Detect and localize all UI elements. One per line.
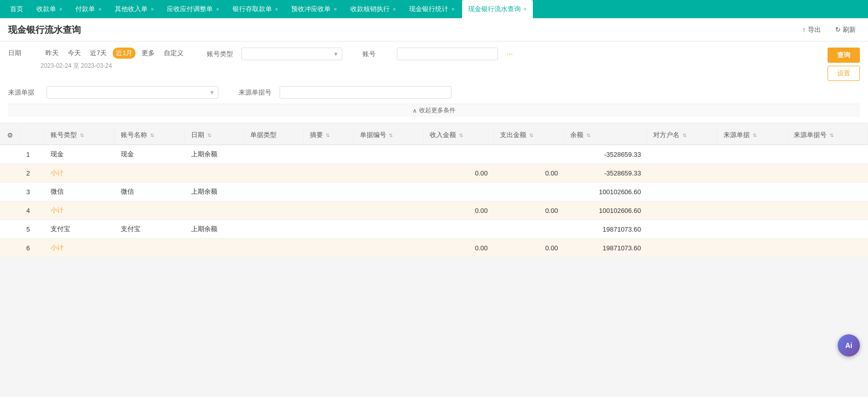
table-cell — [303, 164, 353, 183]
table-cell — [424, 183, 494, 201]
tab-payment[interactable]: 付款单 × — [69, 0, 107, 18]
col-income-header[interactable]: 收入金额 ⇅ — [424, 125, 494, 145]
settings-icon[interactable]: ⚙ — [7, 131, 13, 139]
table-cell — [353, 183, 424, 201]
col-expense-header[interactable]: 支出金额 ⇅ — [494, 125, 564, 145]
sort-icon: ⇅ — [753, 133, 757, 138]
tab-bank-stat[interactable]: 现金银行统计 × — [403, 0, 461, 18]
table-cell: 现金 — [44, 145, 115, 164]
account-type-filter-row: 账号类型 ▾ — [207, 48, 342, 60]
date-btn-7days[interactable]: 近7天 — [87, 48, 110, 59]
collapse-up-icon: ∧ — [413, 107, 417, 114]
table-cell: 小计 — [44, 164, 115, 183]
close-tab-bank-flow[interactable]: × — [524, 6, 527, 12]
table-cell — [647, 183, 717, 201]
date-btn-1month[interactable]: 近1月 — [113, 48, 135, 59]
col-balance-header[interactable]: 余额 ⇅ — [564, 125, 647, 145]
tab-other-income[interactable]: 其他收入单 × — [109, 0, 160, 18]
close-tab-ar-adjust[interactable]: × — [216, 6, 219, 12]
table-cell — [788, 164, 868, 183]
table-cell — [647, 220, 717, 239]
col-account-name-header[interactable]: 账号名称 ⇅ — [115, 125, 185, 145]
table-row[interactable]: 6小计0.000.0019871073.60 — [0, 239, 868, 257]
more-dots-button[interactable]: ··· — [502, 50, 517, 59]
table-container: ⚙ 账号类型 ⇅ 账号名称 ⇅ 日期 ⇅ 单据类型 — [0, 125, 868, 257]
collapse-label: 收起更多条件 — [419, 106, 455, 115]
source-doc-no-input[interactable] — [284, 89, 447, 96]
account-filter-group: 账号 ··· — [362, 48, 517, 60]
sort-icon: ⇅ — [207, 133, 211, 138]
col-counterparty-header[interactable]: 对方户名 ⇅ — [647, 125, 717, 145]
collapse-bar[interactable]: ∧ 收起更多条件 — [8, 104, 860, 117]
table-cell — [244, 145, 303, 164]
table-cell: 上期余额 — [185, 145, 244, 164]
table-cell — [353, 145, 424, 164]
table-header-row: ⚙ 账号类型 ⇅ 账号名称 ⇅ 日期 ⇅ 单据类型 — [0, 125, 868, 145]
col-settings-header[interactable]: ⚙ — [0, 125, 20, 145]
sort-icon: ⇅ — [830, 133, 834, 138]
table-cell — [353, 239, 424, 257]
table-cell: 6 — [20, 239, 44, 257]
close-tab-verify[interactable]: × — [393, 6, 396, 12]
refresh-button[interactable]: ↻ 刷新 — [831, 23, 860, 36]
col-no-header — [20, 125, 44, 145]
close-tab-prepay[interactable]: × — [334, 6, 337, 12]
account-type-select[interactable]: ▾ — [241, 48, 342, 60]
tab-ar-adjust[interactable]: 应收应付调整单 × — [161, 0, 225, 18]
col-summary-header[interactable]: 摘要 ⇅ — [303, 125, 353, 145]
table-row[interactable]: 1现金现金上期余额-3528659.33 — [0, 145, 868, 164]
table-row[interactable]: 5支付宝支付宝上期余额19871073.60 — [0, 220, 868, 239]
nav-home[interactable]: 首页 — [4, 0, 29, 18]
table-cell — [0, 145, 20, 164]
table-cell: 上期余额 — [185, 183, 244, 201]
table-cell — [647, 201, 717, 220]
tab-verify[interactable]: 收款核销执行 × — [344, 0, 402, 18]
date-btn-yesterday[interactable]: 昨天 — [42, 48, 62, 59]
date-btn-custom[interactable]: 自定义 — [161, 48, 187, 59]
date-btn-more[interactable]: 更多 — [139, 48, 158, 59]
date-shortcuts: 昨天 今天 近7天 近1月 更多 自定义 — [42, 48, 187, 59]
source-doc-select[interactable]: ▾ — [47, 86, 218, 99]
export-icon: ↑ — [803, 26, 806, 33]
tab-bank-flow[interactable]: 现金银行流水查询 × — [462, 0, 533, 18]
col-account-type-header[interactable]: 账号类型 ⇅ — [44, 125, 115, 145]
table-row[interactable]: 3微信微信上期余额100102606.60 — [0, 183, 868, 201]
table-cell — [717, 239, 788, 257]
table-cell: 支付宝 — [115, 220, 185, 239]
table-cell — [424, 145, 494, 164]
filter-area: 日期 昨天 今天 近7天 近1月 更多 自定义 2023-02-24 至 202… — [0, 41, 868, 123]
table-cell — [244, 239, 303, 257]
col-doc-no-header[interactable]: 单据编号 ⇅ — [353, 125, 424, 145]
col-date-header[interactable]: 日期 ⇅ — [185, 125, 244, 145]
close-tab-bank-stat[interactable]: × — [451, 6, 454, 12]
close-tab-receipt[interactable]: × — [59, 6, 62, 12]
table-cell — [244, 220, 303, 239]
table-row[interactable]: 4小计0.000.00100102606.60 — [0, 201, 868, 220]
table-cell: 2 — [20, 164, 44, 183]
close-tab-payment[interactable]: × — [98, 6, 101, 12]
account-type-label: 账号类型 — [207, 50, 237, 59]
export-button[interactable]: ↑ 导出 — [799, 23, 826, 36]
settings-button[interactable]: 设置 — [828, 66, 860, 81]
close-tab-bank-deposit[interactable]: × — [275, 6, 278, 12]
table-row[interactable]: 2小计0.000.00-3528659.33 — [0, 164, 868, 183]
col-source-doc-no-header[interactable]: 来源单据号 ⇅ — [788, 125, 868, 145]
sort-icon: ⇅ — [326, 133, 330, 138]
table-cell — [717, 201, 788, 220]
table-cell: 3 — [20, 183, 44, 201]
tab-receipt[interactable]: 收款单 × — [30, 0, 68, 18]
tab-bank-deposit[interactable]: 银行存取款单 × — [226, 0, 284, 18]
table-cell — [244, 201, 303, 220]
account-label: 账号 — [362, 50, 393, 59]
query-button[interactable]: 查询 — [828, 48, 860, 63]
table-cell — [717, 183, 788, 201]
close-tab-other-income[interactable]: × — [151, 6, 154, 12]
table-cell — [185, 201, 244, 220]
account-input[interactable] — [401, 50, 493, 58]
table-cell — [244, 183, 303, 201]
col-source-doc-header[interactable]: 来源单据 ⇅ — [717, 125, 788, 145]
date-btn-today[interactable]: 今天 — [65, 48, 84, 59]
table-cell: 19871073.60 — [564, 220, 647, 239]
tab-prepay[interactable]: 预收冲应收单 × — [285, 0, 343, 18]
col-doc-type-header: 单据类型 — [244, 125, 303, 145]
